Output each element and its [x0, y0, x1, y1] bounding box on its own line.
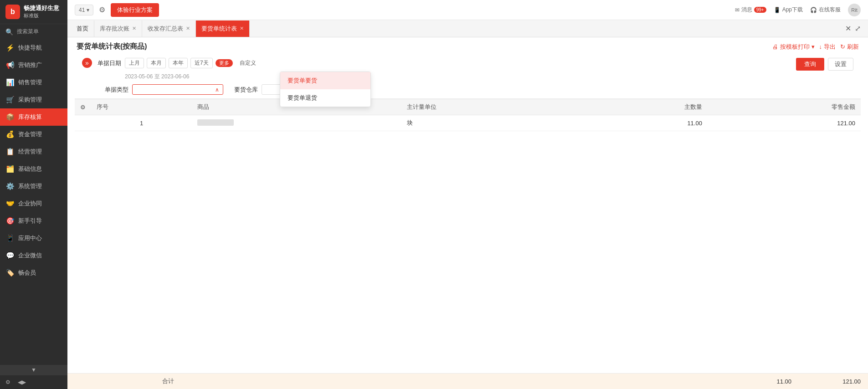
search-icon: 🔍 [5, 28, 13, 36]
col-amount-header: 零售金额 [708, 99, 861, 115]
date-btn-this-year[interactable]: 本年 [169, 58, 188, 68]
guide-icon: 🎯 [5, 217, 15, 225]
date-btn-7days[interactable]: 近7天 [190, 58, 213, 68]
sidebar-footer: ⚙ ◀▶ [0, 375, 67, 389]
tab-home[interactable]: 首页 [71, 20, 94, 37]
sidebar-collapse-btn[interactable]: ◀▶ [18, 379, 26, 385]
sidebar-item-inventory[interactable]: 📦 库存核算 [0, 108, 67, 126]
type-dropdown: 要货单要货 要货单退货 [280, 72, 371, 107]
page-header: 要货单统计表(按商品) 🖨 按模板打印 ▾ ↓ 导出 ↻ 刷新 [67, 37, 868, 54]
marketing-icon: 📢 [5, 61, 15, 69]
sidebar-item-wechat[interactable]: 💬 企业微信 [0, 247, 67, 264]
data-table: ⚙ 序号 商品 主计量单位 主数量 零售金额 1 [75, 99, 861, 131]
sidebar-item-enterprise[interactable]: 🤝 企业协同 [0, 195, 67, 212]
type-selector[interactable]: ∧ [132, 84, 223, 95]
online-service-button[interactable]: 🎧 在线客服 [810, 6, 841, 14]
expand-tabs-icon[interactable]: ⤢ [855, 24, 861, 33]
refresh-icon: ↻ [840, 43, 845, 50]
sidebar-item-member[interactable]: 🏷️ 畅会员 [0, 264, 67, 282]
logo-icon: b [5, 5, 20, 19]
export-action[interactable]: ↓ 导出 [819, 43, 836, 51]
sidebar-item-basic[interactable]: 🗂️ 基础信息 [0, 160, 67, 178]
sidebar-item-appcenter[interactable]: 📱 应用中心 [0, 230, 67, 247]
row-num-cell: 1 [91, 115, 192, 131]
app-download-button[interactable]: 📱 App下载 [774, 6, 803, 14]
logo-text: 畅捷通好生意 标准版 [24, 5, 59, 19]
system-icon: ⚙️ [5, 182, 15, 190]
row-unit-cell: 块 [401, 115, 581, 131]
dropdown-arrow-icon: ▾ [87, 7, 89, 13]
footer-amount: 121.00 [797, 378, 861, 385]
inventory-icon: 📦 [5, 113, 15, 121]
top-bar-left: 41 ▾ ⚙ 体验行业方案 [75, 3, 159, 17]
tab-bar: 首页 库存批次账 ✕ 收发存汇总表 ✕ 要货单统计表 ✕ ✕ ⤢ [67, 20, 868, 37]
settings-icon[interactable]: ⚙ [5, 379, 10, 385]
row-amount-cell[interactable]: 121.00 [708, 115, 861, 131]
member-icon: 🏷️ [5, 269, 15, 277]
phone-icon: 📱 [774, 7, 781, 13]
type-filter-label: 单据类型 [105, 86, 128, 94]
dropdown-item-order-goods[interactable]: 要货单要货 [280, 72, 370, 89]
table-header-row: ⚙ 序号 商品 主计量单位 主数量 零售金额 [75, 99, 861, 115]
sidebar-item-system[interactable]: ⚙️ 系统管理 [0, 178, 67, 195]
sidebar-item-operation[interactable]: 📋 经营管理 [0, 143, 67, 160]
close-tab-inventory-batch[interactable]: ✕ [132, 26, 136, 31]
sales-icon: 📊 [5, 78, 15, 87]
purchase-icon: 🛒 [5, 96, 15, 104]
tab-receive-summary[interactable]: 收发存汇总表 ✕ [142, 20, 196, 37]
date-custom-btn[interactable]: 自定义 [236, 58, 260, 68]
operation-icon: 📋 [5, 148, 15, 156]
type-input[interactable] [136, 86, 215, 93]
table-area: ⚙ 序号 商品 主计量单位 主数量 零售金额 1 [67, 99, 868, 373]
filter-expand-btn[interactable]: » [82, 58, 92, 68]
date-btn-this-month[interactable]: 本月 [147, 58, 166, 68]
search-menu[interactable]: 🔍 搜索菜单 [0, 24, 67, 39]
trial-button[interactable]: 体验行业方案 [111, 3, 159, 17]
sidebar-nav: ⚡ 快捷导航 📢 营销推广 📊 销售管理 🛒 采购管理 📦 库存核算 💰 资金管… [0, 39, 67, 365]
sidebar-item-sales[interactable]: 📊 销售管理 [0, 74, 67, 91]
dropdown-item-order-return[interactable]: 要货单退货 [280, 89, 370, 107]
sidebar-item-purchase[interactable]: 🛒 采购管理 [0, 91, 67, 108]
tab-actions: ✕ ⤢ [842, 24, 864, 33]
sidebar-item-finance[interactable]: 💰 资金管理 [0, 126, 67, 143]
tab-order-stats[interactable]: 要货单统计表 ✕ [196, 20, 250, 37]
sidebar-item-guide[interactable]: 🎯 新手引导 [0, 212, 67, 230]
store-selector[interactable]: 41 ▾ [75, 5, 93, 15]
row-qty-cell[interactable]: 11.00 [580, 115, 708, 131]
date-more-btn[interactable]: 更多 [216, 59, 233, 67]
close-tab-receive-summary[interactable]: ✕ [186, 26, 190, 31]
topbar-gear-icon[interactable]: ⚙ [99, 5, 105, 14]
sidebar-scroll-down[interactable]: ▼ [0, 365, 67, 375]
main-area: 41 ▾ ⚙ 体验行业方案 ✉ 消息 99+ 📱 App下载 🎧 在线客服 Ri… [67, 0, 868, 389]
sidebar-item-marketing[interactable]: 📢 营销推广 [0, 56, 67, 74]
avatar[interactable]: Rit [848, 4, 861, 16]
print-action[interactable]: 🖨 按模板打印 ▾ [772, 43, 815, 51]
table-row: 1 块 11.00 121.00 [75, 115, 861, 131]
date-btn-last-month[interactable]: 上月 [125, 58, 144, 68]
wechat-icon: 💬 [5, 251, 15, 260]
close-tab-order-stats[interactable]: ✕ [240, 26, 244, 31]
refresh-action[interactable]: ↻ 刷新 [840, 43, 859, 51]
filter-section: » 单据日期 上月 本月 本年 近7天 更多 自定义 2023-05-06 至 … [75, 54, 861, 99]
row-settings-cell [75, 115, 91, 131]
query-button[interactable]: 查询 [796, 58, 824, 71]
print-icon: 🖨 [772, 43, 778, 50]
finance-icon: 💰 [5, 130, 15, 138]
product-name-placeholder [197, 119, 234, 126]
tab-inventory-batch[interactable]: 库存批次账 ✕ [94, 20, 142, 37]
footer-qty: 11.00 [737, 378, 791, 385]
table-footer: 合计 11.00 121.00 [67, 373, 868, 389]
row-product-cell [192, 115, 401, 131]
sidebar-item-shortcut[interactable]: ⚡ 快捷导航 [0, 39, 67, 56]
col-settings-header[interactable]: ⚙ [75, 99, 91, 115]
date-filter-label: 单据日期 [98, 59, 121, 67]
messages-button[interactable]: ✉ 消息 99+ [735, 6, 766, 14]
filter-inner: 单据日期 上月 本月 本年 近7天 更多 自定义 2023-05-06 至 20… [98, 58, 791, 95]
close-all-tabs-icon[interactable]: ✕ [845, 24, 851, 33]
top-bar: 41 ▾ ⚙ 体验行业方案 ✉ 消息 99+ 📱 App下载 🎧 在线客服 Ri… [67, 0, 868, 20]
settings-button[interactable]: 设置 [828, 58, 853, 71]
headset-icon: 🎧 [810, 7, 817, 13]
message-icon: ✉ [735, 7, 740, 13]
date-range-text: 2023-05-06 至 2023-06-06 [98, 73, 791, 81]
basic-icon: 🗂️ [5, 165, 15, 173]
